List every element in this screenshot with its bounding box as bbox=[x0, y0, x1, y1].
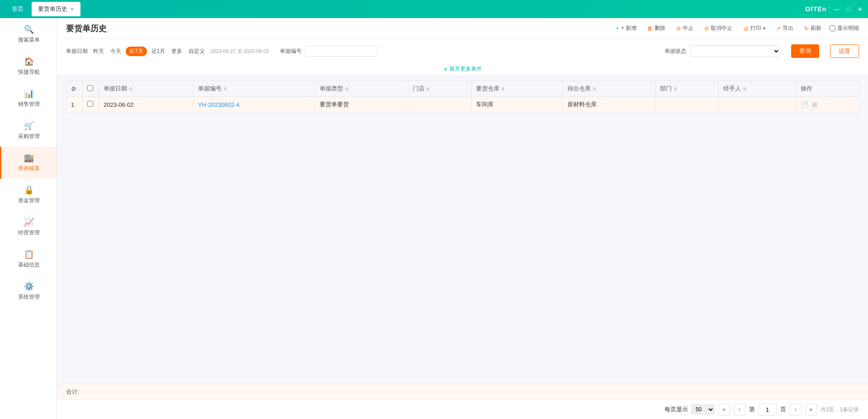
minimize-btn[interactable]: — bbox=[834, 6, 840, 13]
date-shortcut-1month[interactable]: 近1月 bbox=[150, 47, 167, 56]
settings-button[interactable]: 设置 bbox=[830, 44, 859, 58]
top-bar-right: OfTEn — □ ✕ bbox=[805, 5, 863, 13]
show-detail-checkbox-label[interactable]: 显示明细 bbox=[830, 24, 859, 32]
th-order-no-sort-icon: ⇅ bbox=[223, 86, 227, 91]
finance-icon: 🔒 bbox=[24, 185, 34, 195]
sidebar-system-label: 系统管理 bbox=[18, 293, 40, 301]
tab-close-icon[interactable]: ✕ bbox=[70, 6, 74, 12]
last-page-button[interactable]: » bbox=[805, 404, 817, 415]
select-all-checkbox[interactable] bbox=[87, 85, 93, 91]
date-shortcut-yesterday[interactable]: 昨天 bbox=[91, 47, 106, 56]
th-order-type[interactable]: 单据类型 ⇅ bbox=[315, 81, 408, 97]
th-req-warehouse[interactable]: 要货仓库 ⇅ bbox=[471, 81, 562, 97]
td-handler bbox=[719, 97, 796, 113]
td-department bbox=[656, 97, 719, 113]
page-input[interactable] bbox=[759, 404, 777, 415]
order-no-label: 单据编号 bbox=[280, 48, 302, 55]
sidebar-item-finance[interactable]: 🔒 资金管理 bbox=[0, 179, 57, 211]
td-order-no-link[interactable]: YH-20230602-4 bbox=[198, 101, 240, 108]
th-order-type-sort-icon: ⇅ bbox=[345, 86, 349, 91]
row-more-icon[interactable]: ⊞ bbox=[812, 101, 817, 108]
pagination-bar: 每页显示 50 10 20 100 « ‹ 第 页 › » 共1页，1条记录 bbox=[57, 400, 868, 419]
date-shortcut-today[interactable]: 今天 bbox=[108, 47, 123, 56]
tab-home[interactable]: 首页 bbox=[5, 2, 30, 16]
operation-icon: 📈 bbox=[24, 217, 34, 227]
td-req-warehouse: 车间库 bbox=[471, 97, 562, 113]
first-page-button[interactable]: « bbox=[718, 404, 730, 415]
td-checkbox[interactable] bbox=[83, 97, 99, 113]
top-bar: 首页 要货单历史 ✕ OfTEn — □ ✕ bbox=[0, 0, 868, 18]
delete-button[interactable]: 🗑 删除 bbox=[645, 23, 668, 34]
sidebar-item-quick-nav[interactable]: 🏠 快捷导航 bbox=[0, 50, 57, 82]
sidebar-item-inventory[interactable]: 🏬 库存核算 bbox=[0, 147, 57, 179]
sidebar-search-menu-label: 搜索菜单 bbox=[18, 36, 40, 44]
maximize-btn[interactable]: □ bbox=[847, 6, 850, 13]
close-btn[interactable]: ✕ bbox=[858, 6, 863, 13]
th-order-no[interactable]: 单据编号 ⇅ bbox=[193, 81, 315, 97]
prev-page-button[interactable]: ‹ bbox=[734, 404, 745, 415]
date-filter-label: 单据日期 bbox=[66, 48, 88, 55]
th-store[interactable]: 门店 ⇅ bbox=[408, 81, 471, 97]
stop-button[interactable]: ⊘ 中止 bbox=[674, 23, 696, 34]
td-pending-warehouse: 原材料仓库 bbox=[562, 97, 655, 113]
sidebar-item-sales[interactable]: 📊 销售管理 bbox=[0, 82, 57, 114]
expand-icon: ∨ bbox=[443, 66, 448, 72]
row-edit-icon[interactable]: 📄 bbox=[801, 101, 808, 108]
th-pending-warehouse[interactable]: 待出仓库 ⇅ bbox=[562, 81, 655, 97]
sidebar-item-system[interactable]: ⚙️ 系统管理 bbox=[0, 275, 57, 307]
th-checkbox[interactable] bbox=[83, 81, 99, 97]
page-size-select[interactable]: 50 10 20 100 bbox=[692, 405, 715, 414]
th-date[interactable]: 单据日期 ⇅ bbox=[99, 81, 193, 97]
sidebar-item-base-info[interactable]: 📋 基础信息 bbox=[0, 243, 57, 275]
cancel-stop-button[interactable]: ⊘ 取消中止 bbox=[702, 23, 735, 34]
print-button[interactable]: 🖨 打印 ▾ bbox=[741, 23, 768, 34]
table-footer: 合计: bbox=[57, 384, 868, 400]
sidebar-item-purchase[interactable]: 🛒 采购管理 bbox=[0, 114, 57, 147]
export-button[interactable]: ↗ 导出 bbox=[774, 23, 796, 34]
date-shortcut-more[interactable]: 更多 bbox=[170, 47, 184, 56]
filter-bar: 单据日期 昨天 今天 近7天 近1月 更多 自定义 2023-05-27 至 2… bbox=[57, 39, 868, 76]
th-handler[interactable]: 经手人 ⇅ bbox=[719, 81, 796, 97]
status-label: 单据状态 bbox=[665, 48, 686, 55]
next-page-button[interactable]: › bbox=[790, 404, 802, 415]
sidebar-item-operation[interactable]: 📈 经营管理 bbox=[0, 211, 57, 243]
filter-row-1: 单据日期 昨天 今天 近7天 近1月 更多 自定义 2023-05-27 至 2… bbox=[66, 44, 859, 58]
purchase-icon: 🛒 bbox=[24, 121, 34, 131]
row-checkbox[interactable] bbox=[87, 101, 93, 107]
base-info-icon: 📋 bbox=[24, 249, 34, 259]
sidebar-quick-nav-label: 快捷导航 bbox=[18, 68, 40, 76]
content-area: 要货单历史 + + 新增 🗑 删除 ⊘ 中止 ⊘ 取消中止 bbox=[57, 18, 868, 419]
query-button[interactable]: 查询 bbox=[791, 44, 819, 58]
tab-requisition-history[interactable]: 要货单历史 ✕ bbox=[32, 2, 80, 16]
add-button[interactable]: + + 新增 bbox=[613, 23, 639, 34]
page-title: 要货单历史 bbox=[66, 23, 613, 34]
data-table: ⚙ 单据日期 ⇅ 单据编号 ⇅ bbox=[66, 81, 859, 113]
date-shortcut-custom[interactable]: 自定义 bbox=[187, 47, 207, 56]
date-range-display: 2023-05-27 至 2023-06-02 bbox=[210, 48, 269, 55]
show-detail-checkbox[interactable] bbox=[830, 25, 835, 31]
table-head: ⚙ 单据日期 ⇅ 单据编号 ⇅ bbox=[66, 81, 859, 97]
table-row: 1 2023-06-02 YH-20230602-4 要货单要货 车间库 原材料… bbox=[66, 97, 859, 113]
table-container: ⚙ 单据日期 ⇅ 单据编号 ⇅ bbox=[57, 76, 868, 384]
date-filter: 单据日期 昨天 今天 近7天 近1月 更多 自定义 2023-05-27 至 2… bbox=[66, 47, 269, 56]
settings-column-icon: ⚙ bbox=[71, 86, 76, 92]
th-req-warehouse-label: 要货仓库 bbox=[476, 85, 500, 92]
td-store bbox=[408, 97, 471, 113]
th-date-sort-icon: ⇅ bbox=[129, 86, 132, 91]
th-settings[interactable]: ⚙ bbox=[66, 81, 83, 97]
td-actions: 📄 ⊞ bbox=[796, 97, 859, 113]
refresh-button[interactable]: ↻ 刷新 bbox=[802, 23, 824, 34]
tab-active-label: 要货单历史 bbox=[38, 5, 67, 13]
order-no-input[interactable] bbox=[305, 46, 377, 57]
inventory-icon: 🏬 bbox=[24, 153, 34, 163]
export-label: 导出 bbox=[783, 24, 793, 32]
search-menu-icon: 🔍 bbox=[24, 24, 34, 34]
th-action-label: 操作 bbox=[801, 85, 812, 92]
date-shortcut-7days[interactable]: 近7天 bbox=[126, 47, 147, 56]
status-select[interactable] bbox=[690, 45, 780, 57]
th-department[interactable]: 部门 ⇅ bbox=[656, 81, 719, 97]
expand-more-btn[interactable]: ∨ 展开更多条件 bbox=[66, 62, 859, 76]
date-shortcuts: 昨天 今天 近7天 近1月 更多 自定义 bbox=[91, 47, 207, 56]
th-store-sort-icon: ⇅ bbox=[426, 86, 429, 91]
sidebar-item-search-menu[interactable]: 🔍 搜索菜单 bbox=[0, 18, 57, 50]
